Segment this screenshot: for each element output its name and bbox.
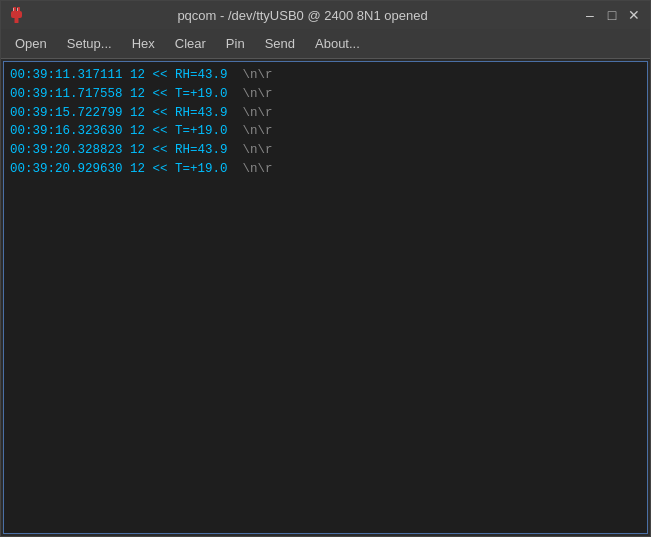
app-icon	[7, 6, 25, 24]
menu-bar: Open Setup... Hex Clear Pin Send About..…	[1, 29, 650, 59]
terminal-line-escape: \n\r	[243, 162, 273, 176]
terminal-line: 00:39:11.717558 12 << T=+19.0 \n\r	[10, 85, 641, 104]
menu-about[interactable]: About...	[305, 32, 370, 55]
terminal-line: 00:39:11.317111 12 << RH=43.9 \n\r	[10, 66, 641, 85]
terminal-area[interactable]: 00:39:11.317111 12 << RH=43.9 \n\r00:39:…	[3, 61, 648, 534]
menu-setup[interactable]: Setup...	[57, 32, 122, 55]
maximize-button[interactable]: □	[602, 5, 622, 25]
title-bar: pqcom - /dev/ttyUSB0 @ 2400 8N1 opened –…	[1, 1, 650, 29]
terminal-line-escape: \n\r	[243, 124, 273, 138]
terminal-line-escape: \n\r	[243, 143, 273, 157]
title-bar-controls: – □ ✕	[580, 5, 644, 25]
terminal-line-main: 00:39:20.328823 12 << RH=43.9	[10, 143, 243, 157]
svg-rect-4	[13, 8, 14, 11]
menu-send[interactable]: Send	[255, 32, 305, 55]
terminal-line-main: 00:39:15.722799 12 << RH=43.9	[10, 106, 243, 120]
terminal-line-escape: \n\r	[243, 68, 273, 82]
close-button[interactable]: ✕	[624, 5, 644, 25]
terminal-line: 00:39:15.722799 12 << RH=43.9 \n\r	[10, 104, 641, 123]
terminal-line-escape: \n\r	[243, 87, 273, 101]
terminal-line: 00:39:16.323630 12 << T=+19.0 \n\r	[10, 122, 641, 141]
menu-open[interactable]: Open	[5, 32, 57, 55]
terminal-line: 00:39:20.929630 12 << T=+19.0 \n\r	[10, 160, 641, 179]
svg-rect-3	[15, 18, 19, 23]
svg-rect-5	[17, 8, 18, 11]
terminal-line-escape: \n\r	[243, 106, 273, 120]
terminal-line-main: 00:39:11.317111 12 << RH=43.9	[10, 68, 243, 82]
terminal-line-main: 00:39:20.929630 12 << T=+19.0	[10, 162, 243, 176]
terminal-line-main: 00:39:16.323630 12 << T=+19.0	[10, 124, 243, 138]
menu-pin[interactable]: Pin	[216, 32, 255, 55]
title-bar-left	[7, 6, 25, 24]
terminal-line-main: 00:39:11.717558 12 << T=+19.0	[10, 87, 243, 101]
menu-clear[interactable]: Clear	[165, 32, 216, 55]
main-window: pqcom - /dev/ttyUSB0 @ 2400 8N1 opened –…	[0, 0, 651, 537]
minimize-button[interactable]: –	[580, 5, 600, 25]
menu-hex[interactable]: Hex	[122, 32, 165, 55]
terminal-line: 00:39:20.328823 12 << RH=43.9 \n\r	[10, 141, 641, 160]
svg-rect-2	[11, 11, 22, 18]
window-title: pqcom - /dev/ttyUSB0 @ 2400 8N1 opened	[25, 8, 580, 23]
